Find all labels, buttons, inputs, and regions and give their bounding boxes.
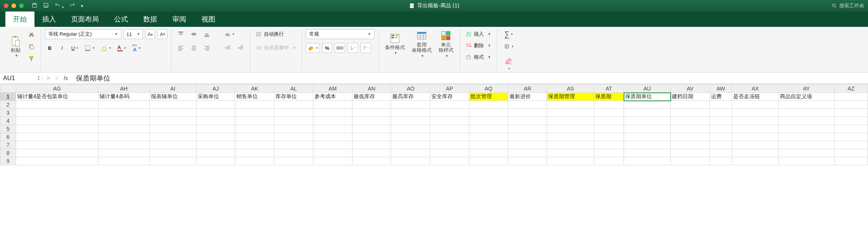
cell-AR5[interactable] xyxy=(508,125,547,133)
col-header-AN[interactable]: AN xyxy=(352,84,391,93)
cell-AH7[interactable] xyxy=(98,141,149,149)
cell-AH5[interactable] xyxy=(98,125,149,133)
cell-AW9[interactable] xyxy=(709,157,732,165)
cell-AH4[interactable] xyxy=(98,117,149,125)
cell-AK2[interactable] xyxy=(235,101,274,109)
cell-AK7[interactable] xyxy=(235,141,274,149)
cell-AL9[interactable] xyxy=(274,157,313,165)
cell-AU9[interactable] xyxy=(624,157,671,165)
cell-AL6[interactable] xyxy=(274,133,313,141)
cell-AI8[interactable] xyxy=(149,149,196,157)
fill-button[interactable]: ▾ xyxy=(501,41,517,51)
cell-AP2[interactable] xyxy=(430,101,469,109)
cell-AU3[interactable] xyxy=(624,109,671,117)
cell-AS3[interactable] xyxy=(547,109,594,117)
cell-AQ3[interactable] xyxy=(469,109,508,117)
cell-AY1[interactable]: 商品自定义项 xyxy=(779,93,834,101)
cell-AL4[interactable] xyxy=(274,117,313,125)
bold-button[interactable]: B xyxy=(45,43,55,53)
cell-AL8[interactable] xyxy=(274,149,313,157)
align-left-button[interactable] xyxy=(175,43,186,53)
increase-decimal-button[interactable]: .0.00 xyxy=(347,43,358,53)
cell-AW8[interactable] xyxy=(709,149,732,157)
search-box[interactable]: 搜索工作表 xyxy=(832,2,864,9)
cell-AV6[interactable] xyxy=(671,133,710,141)
cell-AZ5[interactable] xyxy=(834,125,868,133)
cell-AN1[interactable]: 最低库存 xyxy=(352,93,391,101)
cell-AQ4[interactable] xyxy=(469,117,508,125)
cell-AX6[interactable] xyxy=(732,133,779,141)
format-as-table-button[interactable]: 套用 表格格式 ▼ xyxy=(409,29,434,59)
maximize-window-button[interactable] xyxy=(19,3,24,8)
cell-AJ5[interactable] xyxy=(196,125,235,133)
cell-AJ6[interactable] xyxy=(196,133,235,141)
align-top-button[interactable] xyxy=(175,29,186,39)
cell-AI2[interactable] xyxy=(149,101,196,109)
cell-AR4[interactable] xyxy=(508,117,547,125)
cell-AR9[interactable] xyxy=(508,157,547,165)
cell-AS5[interactable] xyxy=(547,125,594,133)
cell-AX9[interactable] xyxy=(732,157,779,165)
cell-AT9[interactable] xyxy=(594,157,624,165)
col-header-AX[interactable]: AX xyxy=(732,84,779,93)
row-header-2[interactable]: 2 xyxy=(0,101,16,109)
row-header-4[interactable]: 4 xyxy=(0,117,16,125)
cell-AI6[interactable] xyxy=(149,133,196,141)
cell-AZ1[interactable] xyxy=(834,93,868,101)
cell-AI1[interactable]: 报表辅单位 xyxy=(149,93,196,101)
cell-AH3[interactable] xyxy=(98,109,149,117)
percent-button[interactable]: % xyxy=(322,43,332,53)
cell-AK4[interactable] xyxy=(235,117,274,125)
font-size-select[interactable]: 11▼ xyxy=(124,29,143,39)
cell-AX1[interactable]: 是否走冻链 xyxy=(732,93,779,101)
cell-AY3[interactable] xyxy=(779,109,834,117)
col-header-AM[interactable]: AM xyxy=(313,84,352,93)
row-header-8[interactable]: 8 xyxy=(0,149,16,157)
cell-AH6[interactable] xyxy=(98,133,149,141)
redo-icon[interactable] xyxy=(69,2,75,10)
cell-AN5[interactable] xyxy=(352,125,391,133)
save-as-icon[interactable] xyxy=(43,2,49,10)
cell-AP6[interactable] xyxy=(430,133,469,141)
cell-AX7[interactable] xyxy=(732,141,779,149)
cell-AK1[interactable]: 销售单位 xyxy=(235,93,274,101)
cell-AW5[interactable] xyxy=(709,125,732,133)
cell-AP3[interactable] xyxy=(430,109,469,117)
clear-button[interactable]: ▾ xyxy=(501,54,517,71)
cell-AG8[interactable] xyxy=(16,149,98,157)
cell-AT6[interactable] xyxy=(594,133,624,141)
formula-input[interactable]: 保质期单位 xyxy=(72,74,868,83)
wrap-text-toggle[interactable]: 自动换行 xyxy=(254,29,285,39)
cell-AN7[interactable] xyxy=(352,141,391,149)
cell-AI7[interactable] xyxy=(149,141,196,149)
cell-AN4[interactable] xyxy=(352,117,391,125)
spreadsheet-grid[interactable]: AGAHAIAJAKALAMANAOAPAQARASATAUAVAWAXAYAZ… xyxy=(0,84,868,165)
cell-AR8[interactable] xyxy=(508,149,547,157)
cell-AT7[interactable] xyxy=(594,141,624,149)
select-all-corner[interactable] xyxy=(0,84,16,93)
col-header-AO[interactable]: AO xyxy=(391,84,430,93)
merge-center-button[interactable]: 合并后居中 ▼ xyxy=(254,43,298,53)
cell-AJ9[interactable] xyxy=(196,157,235,165)
fill-color-button[interactable]: ▾ xyxy=(99,43,113,53)
cell-AS2[interactable] xyxy=(547,101,594,109)
cell-AY5[interactable] xyxy=(779,125,834,133)
cell-AH2[interactable] xyxy=(98,101,149,109)
cell-AI5[interactable] xyxy=(149,125,196,133)
col-header-AW[interactable]: AW xyxy=(709,84,732,93)
cell-AP4[interactable] xyxy=(430,117,469,125)
cell-AU5[interactable] xyxy=(624,125,671,133)
cell-AZ3[interactable] xyxy=(834,109,868,117)
cell-AY7[interactable] xyxy=(779,141,834,149)
cell-AK5[interactable] xyxy=(235,125,274,133)
format-painter-button[interactable] xyxy=(26,54,37,64)
cell-AZ6[interactable] xyxy=(834,133,868,141)
row-header-1[interactable]: 1 xyxy=(0,93,16,101)
cell-AZ4[interactable] xyxy=(834,117,868,125)
cell-AZ8[interactable] xyxy=(834,149,868,157)
cell-AJ3[interactable] xyxy=(196,109,235,117)
cell-AO3[interactable] xyxy=(391,109,430,117)
cell-AW6[interactable] xyxy=(709,133,732,141)
row-header-3[interactable]: 3 xyxy=(0,109,16,117)
cell-AP7[interactable] xyxy=(430,141,469,149)
